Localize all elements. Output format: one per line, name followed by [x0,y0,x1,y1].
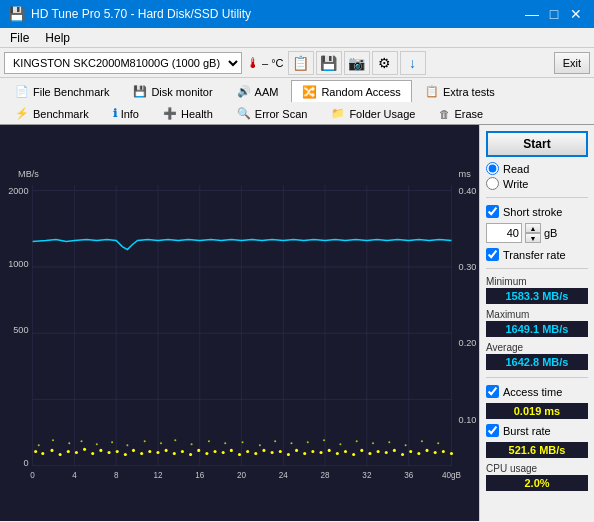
svg-point-77 [352,453,355,456]
transfer-rate-label[interactable]: Transfer rate [486,248,588,261]
svg-point-39 [41,452,44,455]
short-stroke-input[interactable] [486,223,522,243]
short-stroke-label[interactable]: Short stroke [486,205,588,218]
tab-disk-monitor-label: Disk monitor [151,86,212,98]
svg-text:0: 0 [30,471,35,480]
right-panel: Start Read Write Short stroke ▲ ▼ gB [479,125,594,521]
app-icon: 💾 [8,6,25,22]
error-scan-icon: 🔍 [237,107,251,120]
file-benchmark-icon: 📄 [15,85,29,98]
svg-point-115 [437,442,439,444]
svg-point-54 [165,449,168,452]
svg-point-113 [405,444,407,446]
maximum-value: 1649.1 MB/s [486,321,588,337]
burst-rate-checkbox[interactable] [486,424,499,437]
svg-point-80 [377,450,380,453]
short-stroke-text: Short stroke [503,206,562,218]
tab-error-scan[interactable]: 🔍 Error Scan [226,102,319,124]
svg-point-55 [173,452,176,455]
write-radio-label[interactable]: Write [486,177,588,190]
tab-health[interactable]: ➕ Health [152,102,224,124]
svg-point-40 [50,449,53,452]
menu-help[interactable]: Help [39,30,76,46]
svg-point-107 [307,441,309,443]
svg-point-41 [59,453,62,456]
tab-extra-tests[interactable]: 📋 Extra tests [414,80,506,102]
chart-svg: MB/s 2000 1000 500 0 ms 0.40 0.30 0.20 0… [0,125,479,521]
burst-rate-label[interactable]: Burst rate [486,424,588,437]
benchmark-icon: ⚡ [15,107,29,120]
tab-random-access[interactable]: 🔀 Random Access [291,80,411,102]
tab-file-benchmark[interactable]: 📄 File Benchmark [4,80,120,102]
svg-point-88 [442,450,445,453]
minimize-button[interactable]: — [522,4,542,24]
access-time-label[interactable]: Access time [486,385,588,398]
minimum-value: 1583.3 MB/s [486,288,588,304]
toolbar-icon-5[interactable]: ↓ [400,51,426,75]
write-label: Write [503,178,528,190]
svg-text:0.30: 0.30 [459,262,477,272]
access-time-checkbox[interactable] [486,385,499,398]
tab-erase-label: Erase [454,108,483,120]
svg-point-83 [401,453,404,456]
toolbar-icon-1[interactable]: 📋 [288,51,314,75]
folder-usage-icon: 📁 [331,107,345,120]
write-radio[interactable] [486,177,499,190]
transfer-rate-checkbox[interactable] [486,248,499,261]
nav-row2: ⚡ Benchmark ℹ Info ➕ Health 🔍 Error Scan… [0,102,594,124]
svg-point-78 [360,449,363,452]
toolbar-icon-2[interactable]: 💾 [316,51,342,75]
maximum-block: Maximum 1649.1 MB/s [486,309,588,337]
close-button[interactable]: ✕ [566,4,586,24]
burst-rate-value: 521.6 MB/s [486,442,588,458]
svg-point-60 [214,450,217,453]
toolbar-icon-3[interactable]: 📷 [344,51,370,75]
maximize-button[interactable]: □ [544,4,564,24]
svg-point-98 [160,442,162,444]
svg-point-82 [393,449,396,452]
toolbar-icon-4[interactable]: ⚙ [372,51,398,75]
svg-text:0.10: 0.10 [459,415,477,425]
svg-point-84 [409,450,412,453]
svg-point-90 [38,444,40,446]
random-access-icon: 🔀 [302,85,317,99]
menu-file[interactable]: File [4,30,35,46]
svg-point-44 [83,448,86,451]
svg-point-95 [111,441,113,443]
tab-aam[interactable]: 🔊 AAM [226,80,290,102]
access-time-text: Access time [503,386,562,398]
tab-erase[interactable]: 🗑 Erase [428,102,494,124]
svg-point-69 [287,453,290,456]
read-write-group: Read Write [486,162,588,190]
tab-folder-usage-label: Folder Usage [349,108,415,120]
svg-point-106 [290,442,292,444]
svg-point-51 [140,452,143,455]
tab-folder-usage[interactable]: 📁 Folder Usage [320,102,426,124]
minimum-label: Minimum [486,276,588,287]
svg-point-57 [189,453,192,456]
svg-point-108 [323,439,325,441]
tab-info[interactable]: ℹ Info [102,102,150,124]
svg-point-42 [67,450,70,453]
svg-text:2000: 2000 [8,186,28,196]
spin-down-button[interactable]: ▼ [525,233,541,243]
tab-benchmark[interactable]: ⚡ Benchmark [4,102,100,124]
temperature-value: – °C [262,57,284,69]
device-select[interactable]: KINGSTON SKC2000M81000G (1000 gB) [4,52,242,74]
exit-button[interactable]: Exit [554,52,590,74]
title-bar-left: 💾 HD Tune Pro 5.70 - Hard Disk/SSD Utili… [8,6,251,22]
start-button[interactable]: Start [486,131,588,157]
short-stroke-checkbox[interactable] [486,205,499,218]
svg-point-72 [311,450,314,453]
svg-point-76 [344,450,347,453]
read-radio[interactable] [486,162,499,175]
svg-point-71 [303,452,306,455]
svg-point-66 [262,449,265,452]
tab-disk-monitor[interactable]: 💾 Disk monitor [122,80,223,102]
svg-point-61 [222,451,225,454]
info-icon: ℹ [113,107,117,120]
tab-random-access-label: Random Access [321,86,400,98]
read-radio-label[interactable]: Read [486,162,588,175]
svg-point-99 [174,439,176,441]
spin-up-button[interactable]: ▲ [525,223,541,233]
